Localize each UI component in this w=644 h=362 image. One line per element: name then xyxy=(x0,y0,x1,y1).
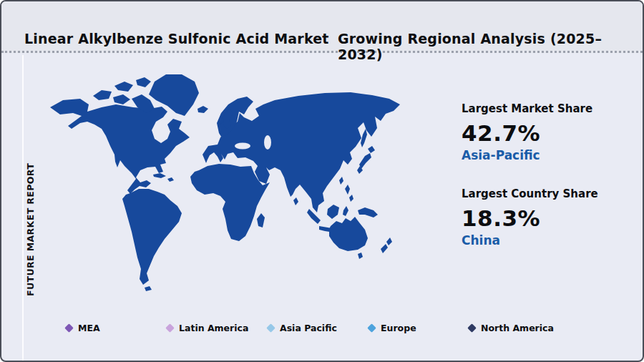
legend-label: MEA xyxy=(78,323,100,333)
legend-label: Latin America xyxy=(179,323,248,333)
stat-largest-country-share: Largest Country Share 18.3% China xyxy=(462,187,640,248)
sidebar-divider xyxy=(22,55,24,361)
world-map-svg xyxy=(44,66,445,302)
page-title-analysis: Growing Regional Analysis (2025–2032) xyxy=(338,31,643,62)
header-band: Linear Alkylbenze Sulfonic Acid Market G… xyxy=(1,1,643,53)
legend-item-latin-america: Latin America xyxy=(167,321,248,335)
stat-region: Asia-Pacific xyxy=(462,148,640,162)
legend-label: Europe xyxy=(381,323,416,333)
legend-label: Asia Pacific xyxy=(280,323,337,333)
legend-item-mea: MEA xyxy=(66,321,100,335)
stat-largest-market-share: Largest Market Share 42.7% Asia-Pacific xyxy=(462,102,640,162)
diamond-icon xyxy=(165,323,175,333)
diamond-icon xyxy=(64,323,74,333)
brand-vertical-label: FUTURE MARKET REPORT xyxy=(25,166,36,293)
page-title-market: Linear Alkylbenze Sulfonic Acid Market xyxy=(24,31,329,47)
legend-item-europe: Europe xyxy=(369,321,416,335)
map-australia xyxy=(329,217,368,251)
stats-panel: Largest Market Share 42.7% Asia-Pacific … xyxy=(462,102,640,248)
stat-label: Largest Country Share xyxy=(462,187,640,200)
infographic-frame: Linear Alkylbenze Sulfonic Acid Market G… xyxy=(0,0,644,362)
legend-item-north-america: North America xyxy=(469,321,554,335)
diamond-icon xyxy=(467,323,477,333)
map-south-america xyxy=(122,189,182,285)
stat-label: Largest Market Share xyxy=(462,102,640,115)
diamond-icon xyxy=(367,323,376,333)
legend-label: North America xyxy=(481,323,554,333)
stat-value: 18.3% xyxy=(462,205,640,231)
legend-item-asia-pacific: Asia Pacific xyxy=(268,321,337,335)
stat-value: 42.7% xyxy=(462,120,640,146)
diamond-icon xyxy=(266,323,275,333)
stat-region: China xyxy=(462,233,640,248)
world-map xyxy=(44,66,445,302)
